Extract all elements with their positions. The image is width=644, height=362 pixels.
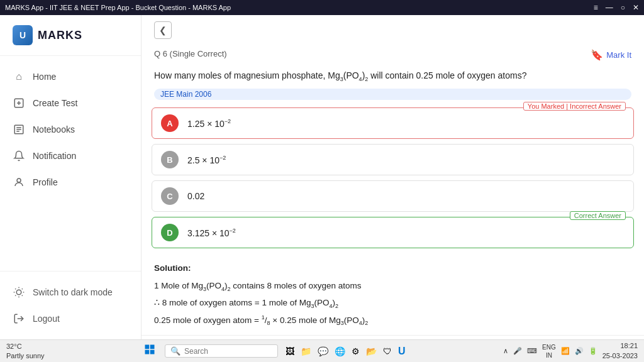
svg-line-16 xyxy=(22,288,23,289)
option-b[interactable]: B 2.5 × 10−2 xyxy=(152,144,634,175)
search-input[interactable] xyxy=(184,347,272,356)
taskbar-icon-4[interactable]: 🌐 xyxy=(333,345,347,358)
title-bar-controls: ≡ — ○ ✕ xyxy=(594,3,639,12)
solution-area: Solution: 1 Mole of Mg3(PO4)2 contains 8… xyxy=(142,253,644,334)
incorrect-label: You Marked | Incorrect Answer xyxy=(523,102,626,111)
svg-line-12 xyxy=(22,295,23,296)
taskbar-center: 🔍 🖼 📁 💬 🌐 ⚙ 📂 🛡 U xyxy=(45,343,504,360)
taskbar-icon-1[interactable]: 🖼 xyxy=(284,345,296,358)
notification-icon xyxy=(13,150,25,162)
question-nav: ❮ Check Answer ❯ xyxy=(142,335,644,339)
question-text: How many moles of magnesium phosphate, M… xyxy=(142,66,644,89)
taskbar-icon-3[interactable]: 💬 xyxy=(316,345,330,358)
volume-icon[interactable]: 🔊 xyxy=(575,347,584,355)
sidebar-item-home-label: Home xyxy=(33,72,56,82)
mark-it-label: Mark It xyxy=(606,50,631,60)
option-c-text: 0.02 xyxy=(187,191,204,201)
option-a-badge: A xyxy=(161,114,179,132)
sidebar: U MARKS ⌂ Home Create Test Notebooks xyxy=(0,15,142,339)
taskbar-icon-8[interactable]: U xyxy=(397,344,407,358)
search-icon: 🔍 xyxy=(170,346,180,356)
clock-time: 18:21 xyxy=(602,341,638,351)
close-icon[interactable]: ✕ xyxy=(633,3,639,12)
options-area: You Marked | Incorrect Answer A 1.25 × 1… xyxy=(142,107,644,253)
logout-label: Logout xyxy=(33,314,60,324)
time-block: 18:21 25-03-2023 xyxy=(602,341,638,361)
option-b-badge: B xyxy=(161,151,179,168)
svg-line-11 xyxy=(15,288,16,289)
home-icon: ⌂ xyxy=(13,70,25,83)
solution-line-1: 1 Mole of Mg3(PO4)2 contains 8 moles of … xyxy=(154,278,631,294)
option-b-text: 2.5 × 10−2 xyxy=(187,155,226,165)
correct-label: Correct Answer xyxy=(570,211,626,220)
profile-icon xyxy=(13,176,25,189)
menu-icon[interactable]: ≡ xyxy=(594,3,598,12)
svg-rect-21 xyxy=(150,350,155,354)
taskbar-icon-2[interactable]: 📁 xyxy=(299,345,313,358)
svg-point-7 xyxy=(17,178,21,182)
sidebar-item-create-test-label: Create Test xyxy=(33,98,77,108)
svg-rect-20 xyxy=(145,350,150,354)
dark-mode-label: Switch to dark mode xyxy=(33,287,113,297)
weather-condition: Partly sunny xyxy=(6,351,45,360)
sidebar-item-create-test[interactable]: Create Test xyxy=(0,90,141,116)
svg-line-15 xyxy=(15,295,16,296)
sidebar-logo: U MARKS xyxy=(0,15,141,56)
taskbar-icon-7[interactable]: 🛡 xyxy=(382,345,393,358)
taskbar-right: ∧ 🎤 ⌨ ENGIN 📶 🔊 🔋 18:21 25-03-2023 xyxy=(503,341,638,361)
mic-icon[interactable]: 🎤 xyxy=(513,347,522,355)
svg-rect-19 xyxy=(150,345,155,349)
restore-icon[interactable]: ○ xyxy=(621,3,625,12)
start-button[interactable] xyxy=(141,343,158,360)
question-meta: Q 6 (Single Correct) xyxy=(154,49,227,58)
svg-point-8 xyxy=(16,290,21,295)
taskbar-app-icons: 🖼 📁 💬 🌐 ⚙ 📂 🛡 U xyxy=(284,344,407,358)
question-header: Q 6 (Single Correct) 🔖 Mark It xyxy=(142,39,644,66)
mark-icon: 🔖 xyxy=(591,49,603,61)
taskbar-chevron-icon[interactable]: ∧ xyxy=(503,347,508,355)
sidebar-item-notebooks-label: Notebooks xyxy=(33,124,75,134)
logout-icon xyxy=(13,312,25,325)
app-body: U MARKS ⌂ Home Create Test Notebooks xyxy=(0,15,644,339)
sidebar-bottom: Switch to dark mode Logout xyxy=(0,271,141,339)
svg-rect-18 xyxy=(145,345,150,349)
option-d-text: 3.125 × 10−2 xyxy=(187,228,236,238)
option-d[interactable]: Correct Answer D 3.125 × 10−2 xyxy=(152,217,634,248)
option-c[interactable]: C 0.02 xyxy=(152,180,634,212)
sidebar-item-dark-mode[interactable]: Switch to dark mode xyxy=(0,279,141,305)
option-d-badge: D xyxy=(161,224,179,241)
language-indicator: ENGIN xyxy=(542,343,556,359)
solution-line-3: 0.25 mole of oxygen atom = 1/8 × 0.25 mo… xyxy=(154,312,631,328)
taskbar-left: 32°C Partly sunny xyxy=(6,342,45,360)
solution-line-2: ∴ 8 mole of oxygen atoms = 1 mole of Mg3… xyxy=(154,295,631,311)
logo-icon: U xyxy=(13,25,33,45)
minimize-icon[interactable]: — xyxy=(606,3,613,12)
option-a[interactable]: You Marked | Incorrect Answer A 1.25 × 1… xyxy=(152,107,634,139)
wifi-icon: 📶 xyxy=(561,347,570,355)
create-test-icon xyxy=(13,97,25,109)
question-tag[interactable]: JEE Main 2006 xyxy=(154,89,631,100)
taskbar-icon-6[interactable]: 📂 xyxy=(365,345,378,358)
sidebar-item-profile[interactable]: Profile xyxy=(0,169,141,195)
sidebar-item-profile-label: Profile xyxy=(33,177,58,187)
keyboard-icon: ⌨ xyxy=(527,347,537,355)
content-area: ❮ Q 6 (Single Correct) 🔖 Mark It How man… xyxy=(142,15,644,339)
title-bar-text: MARKS App - IIT JEE & NEET Prep App - Bu… xyxy=(5,4,231,11)
sidebar-item-notification[interactable]: Notification xyxy=(0,143,141,169)
dark-mode-icon xyxy=(13,286,25,299)
option-c-badge: C xyxy=(161,187,179,205)
search-box[interactable]: 🔍 xyxy=(165,344,278,358)
battery-icon: 🔋 xyxy=(589,347,597,355)
sidebar-item-logout[interactable]: Logout xyxy=(0,305,141,332)
notebooks-icon xyxy=(13,123,25,136)
sidebar-item-notification-label: Notification xyxy=(33,151,76,161)
back-button[interactable]: ❮ xyxy=(154,21,172,39)
sidebar-item-home[interactable]: ⌂ Home xyxy=(0,63,141,90)
solution-title: Solution: xyxy=(154,261,631,276)
taskbar: 32°C Partly sunny 🔍 🖼 📁 💬 🌐 ⚙ 📂 🛡 U ∧ 🎤 … xyxy=(0,339,644,362)
weather-info: 32°C Partly sunny xyxy=(6,342,45,360)
taskbar-icon-5[interactable]: ⚙ xyxy=(350,345,361,358)
title-bar: MARKS App - IIT JEE & NEET Prep App - Bu… xyxy=(0,0,644,15)
mark-it-button[interactable]: 🔖 Mark It xyxy=(591,49,631,61)
sidebar-item-notebooks[interactable]: Notebooks xyxy=(0,116,141,143)
